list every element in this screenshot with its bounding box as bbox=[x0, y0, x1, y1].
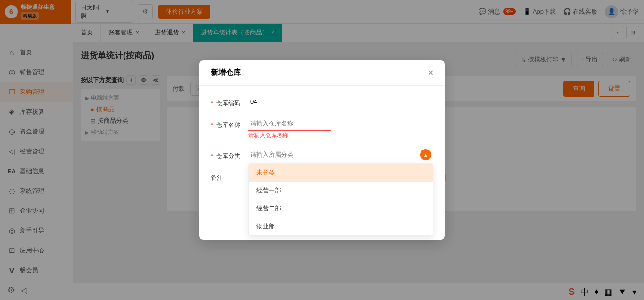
modal-new-warehouse: 新增仓库 × * 仓库编码 * 仓库名称 bbox=[199, 60, 445, 240]
dropdown-item-operation2[interactable]: 经营二部 bbox=[249, 200, 433, 217]
modal-title: 新增仓库 bbox=[211, 68, 241, 78]
code-label: * 仓库编码 bbox=[211, 95, 248, 108]
form-row-name: * 仓库名称 请输入仓库名称 bbox=[211, 117, 433, 140]
form-row-code: * 仓库编码 bbox=[211, 95, 433, 108]
dropdown-item-uncategorized[interactable]: 未分类 bbox=[249, 164, 433, 182]
category-input[interactable] bbox=[248, 148, 433, 161]
category-label: * 仓库分类 bbox=[211, 148, 248, 160]
dropdown-item-operation1[interactable]: 经营一部 bbox=[249, 182, 433, 200]
modal-overlay: 新增仓库 × * 仓库编码 * 仓库名称 bbox=[0, 0, 644, 300]
modal-body: * 仓库编码 * 仓库名称 请输入仓库名称 bbox=[199, 86, 445, 198]
name-input[interactable] bbox=[248, 117, 331, 131]
name-error-message: 请输入仓库名称 bbox=[248, 132, 288, 140]
note-label: 备注 bbox=[211, 170, 248, 182]
dropdown-item-property[interactable]: 物业部 bbox=[249, 217, 433, 235]
name-label: * 仓库名称 bbox=[211, 117, 248, 129]
modal-close-button[interactable]: × bbox=[428, 68, 433, 78]
category-dropdown: 未分类 经营一部 经营二部 物业部 bbox=[248, 163, 433, 236]
category-arrow-button[interactable]: ▲ bbox=[420, 149, 431, 160]
code-input[interactable] bbox=[248, 95, 433, 108]
modal-header: 新增仓库 × bbox=[199, 60, 445, 86]
arrow-up-icon: ▲ bbox=[423, 152, 428, 158]
category-select-wrapper: ▲ 未分类 经营一部 经营二部 物业部 bbox=[248, 148, 433, 161]
form-row-category: * 仓库分类 ▲ 未分类 经营一部 经营二部 物业部 bbox=[211, 148, 433, 161]
